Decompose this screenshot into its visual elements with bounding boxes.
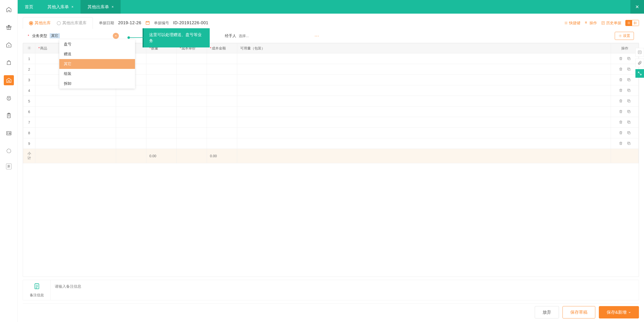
dropdown-option[interactable]: 盘亏 <box>59 39 135 49</box>
nav-gift-icon[interactable] <box>4 22 14 32</box>
cell-cost-amount[interactable] <box>207 128 237 138</box>
cell-available[interactable] <box>237 138 611 149</box>
copy-row-icon[interactable] <box>626 67 631 72</box>
attachment-icon[interactable] <box>635 59 644 67</box>
chevron-up-icon[interactable] <box>113 33 119 39</box>
tab-other-out[interactable]: 其他出库单× <box>80 0 121 14</box>
copy-row-icon[interactable] <box>626 141 631 146</box>
notes-panel-icon[interactable] <box>635 48 644 57</box>
copy-row-icon[interactable] <box>626 109 631 114</box>
cell-qty[interactable] <box>146 96 177 106</box>
view-detail-button[interactable] <box>632 20 639 26</box>
delete-row-icon[interactable] <box>618 67 623 72</box>
cell-cost-amount[interactable] <box>207 75 237 85</box>
dropdown-option[interactable]: 组装 <box>59 69 135 79</box>
settings-button[interactable]: 设置 <box>615 32 634 40</box>
delete-row-icon[interactable] <box>618 56 623 61</box>
cell-qty[interactable] <box>146 53 177 64</box>
cell-available[interactable] <box>237 75 611 85</box>
cell-unit[interactable] <box>116 96 146 106</box>
cell-cost-price[interactable] <box>177 128 207 138</box>
remarks-input[interactable] <box>51 280 639 300</box>
calendar-icon[interactable] <box>145 20 150 26</box>
cell-unit[interactable] <box>116 128 146 138</box>
copy-row-icon[interactable] <box>626 130 631 135</box>
cell-cost-amount[interactable] <box>207 85 237 96</box>
cell-cost-amount[interactable] <box>207 64 237 75</box>
cell-product[interactable] <box>35 117 116 128</box>
cell-available[interactable] <box>237 128 611 138</box>
cell-product[interactable] <box>35 96 116 106</box>
doc-date-value[interactable]: 2019-12-26 <box>118 20 141 25</box>
gear-column-header[interactable] <box>23 43 35 53</box>
cell-cost-amount[interactable] <box>207 53 237 64</box>
delete-row-icon[interactable] <box>618 88 623 93</box>
close-all-tabs-button[interactable]: × <box>630 0 644 14</box>
cell-cost-price[interactable] <box>177 138 207 149</box>
cell-unit[interactable] <box>116 138 146 149</box>
nav-bag-icon[interactable] <box>4 58 14 68</box>
cell-product[interactable] <box>35 138 116 149</box>
cell-qty[interactable] <box>146 117 177 128</box>
nav-sale-icon[interactable]: $ <box>4 40 14 50</box>
cell-available[interactable] <box>237 117 611 128</box>
cell-qty[interactable] <box>146 106 177 117</box>
radio-other-out[interactable]: 其他出库 <box>29 20 51 26</box>
cell-qty[interactable] <box>146 128 177 138</box>
nav-contact-icon[interactable] <box>4 128 14 138</box>
view-list-button[interactable] <box>626 20 632 26</box>
delete-row-icon[interactable] <box>618 109 623 114</box>
operate-button[interactable]: 操作 <box>584 21 597 25</box>
cell-cost-amount[interactable] <box>207 117 237 128</box>
cell-qty[interactable] <box>146 75 177 85</box>
dropdown-option[interactable]: 其它 <box>59 59 135 69</box>
handler-input[interactable] <box>239 34 289 38</box>
nav-sync-icon[interactable] <box>4 146 14 156</box>
tab-other-in[interactable]: 其他入库单× <box>40 0 80 14</box>
cell-product[interactable] <box>35 128 116 138</box>
tab-home[interactable]: 首页 <box>18 0 40 14</box>
copy-row-icon[interactable] <box>626 88 631 93</box>
save-new-button[interactable]: 保存&新增 <box>599 306 639 318</box>
cell-product[interactable] <box>35 106 116 117</box>
delete-row-icon[interactable] <box>618 141 623 146</box>
nav-clipboard-icon[interactable] <box>4 111 14 121</box>
cell-cost-price[interactable] <box>177 85 207 96</box>
shortcut-button[interactable]: 快捷键 <box>564 21 580 25</box>
tab-close-icon[interactable]: × <box>112 5 114 9</box>
cell-available[interactable] <box>237 64 611 75</box>
cell-qty[interactable] <box>146 85 177 96</box>
nav-home-icon[interactable] <box>4 5 14 15</box>
nav-new-badge[interactable]: 新 <box>6 164 12 169</box>
cell-qty[interactable] <box>146 64 177 75</box>
cell-available[interactable] <box>237 96 611 106</box>
cell-available[interactable] <box>237 53 611 64</box>
cell-cost-price[interactable] <box>177 96 207 106</box>
cell-qty[interactable] <box>146 138 177 149</box>
delete-row-icon[interactable] <box>618 130 623 135</box>
copy-row-icon[interactable] <box>626 56 631 61</box>
cell-unit[interactable] <box>116 106 146 117</box>
nav-warehouse-icon[interactable] <box>4 75 14 85</box>
cell-cost-amount[interactable] <box>207 138 237 149</box>
expand-icon[interactable] <box>635 69 644 78</box>
delete-row-icon[interactable] <box>618 120 623 125</box>
copy-row-icon[interactable] <box>626 98 631 103</box>
cell-cost-price[interactable] <box>177 106 207 117</box>
copy-row-icon[interactable] <box>626 120 631 125</box>
cell-available[interactable] <box>237 106 611 117</box>
delete-row-icon[interactable] <box>618 77 623 82</box>
cell-cost-price[interactable] <box>177 117 207 128</box>
cell-cost-price[interactable] <box>177 64 207 75</box>
copy-row-icon[interactable] <box>626 77 631 82</box>
more-icon[interactable]: ⋯ <box>314 33 319 39</box>
tab-close-icon[interactable]: × <box>71 5 73 9</box>
delete-row-icon[interactable] <box>618 98 623 103</box>
save-draft-button[interactable]: 保存草稿 <box>562 306 595 318</box>
radio-other-out-return[interactable]: 其他出库退库 <box>57 20 87 26</box>
dropdown-option[interactable]: 拆卸 <box>59 79 135 89</box>
history-button[interactable]: 历史单据 <box>601 21 621 25</box>
cell-cost-price[interactable] <box>177 53 207 64</box>
cell-cost-price[interactable] <box>177 75 207 85</box>
nav-finance-icon[interactable]: ¥ <box>4 93 14 103</box>
